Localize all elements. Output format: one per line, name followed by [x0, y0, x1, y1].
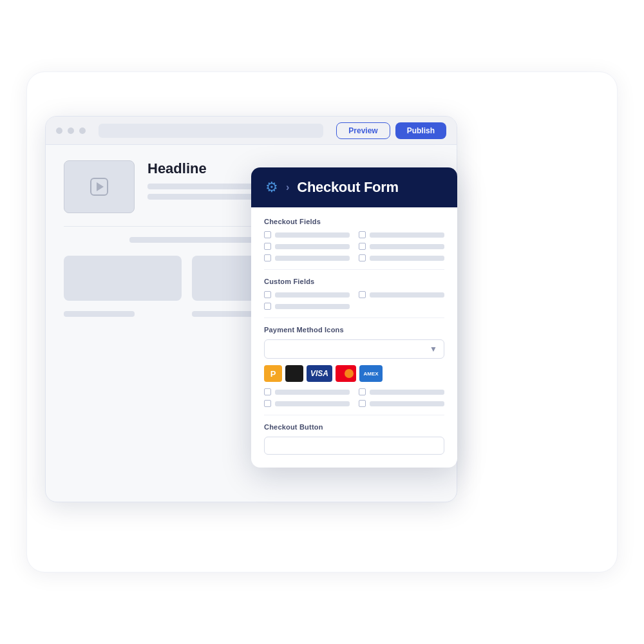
panel-body: Checkout Fields	[251, 207, 457, 468]
checkbox-p1[interactable]	[264, 388, 271, 395]
payment-extra-col-1	[264, 388, 350, 395]
custom-field-row-1	[264, 291, 444, 298]
url-bar	[99, 124, 323, 138]
custom-field-col-1	[264, 291, 350, 298]
payment-bar-3	[275, 401, 350, 406]
paypal-icon: P	[264, 365, 282, 382]
checkbox-1[interactable]	[264, 231, 271, 238]
checkout-button-box[interactable]	[264, 437, 444, 455]
panel-header: ⚙ › Checkout Form	[251, 167, 457, 207]
preview-button[interactable]: Preview	[336, 122, 390, 139]
checkbox-c2[interactable]	[359, 291, 366, 298]
play-triangle	[97, 182, 104, 191]
checkbox-5[interactable]	[264, 254, 271, 261]
toolbar-buttons: Preview Publish	[336, 122, 446, 139]
payment-bar-2	[370, 390, 444, 395]
checkout-field-col-1	[264, 231, 350, 238]
payment-icons-row: P VISA AMEX	[264, 365, 444, 382]
dropdown-chevron-icon: ▼	[430, 345, 437, 354]
visa-icon: VISA	[307, 365, 332, 382]
checkbox-p4[interactable]	[359, 400, 366, 407]
checkout-form-panel: ⚙ › Checkout Form Checkout Fields	[251, 167, 457, 468]
scene: Preview Publish Headline	[45, 90, 599, 554]
payment-dropdown[interactable]: ▼	[264, 339, 444, 359]
checkbox-c1[interactable]	[264, 291, 271, 298]
checkbox-p2[interactable]	[359, 388, 366, 395]
mc-overlap	[345, 369, 354, 378]
field-bar-6	[370, 256, 444, 261]
checkout-field-col-6	[359, 254, 444, 261]
field-bar-1	[275, 232, 350, 238]
custom-fields-label: Custom Fields	[264, 278, 444, 285]
checkbox-2[interactable]	[359, 231, 366, 238]
amex-icon: AMEX	[359, 365, 383, 382]
payment-extra-row-2	[264, 400, 444, 407]
payment-bar-4	[370, 401, 444, 406]
panel-title: Checkout Form	[297, 179, 398, 196]
checkbox-6[interactable]	[359, 254, 366, 261]
checkout-field-col-3	[264, 243, 350, 250]
checkout-field-row-3	[264, 254, 444, 261]
payment-extra-col-3	[264, 400, 350, 407]
checkout-button-label: Checkout Button	[264, 423, 444, 431]
browser-toolbar: Preview Publish	[46, 117, 457, 145]
payment-extra-row-1	[264, 388, 444, 395]
checkout-field-row-2	[264, 243, 444, 250]
divider-3	[264, 415, 444, 415]
payment-extra-col-2	[359, 388, 444, 395]
checkout-field-col-5	[264, 254, 350, 261]
field-bar-2	[370, 232, 444, 238]
dot-green	[79, 128, 86, 134]
checkout-field-row-1	[264, 231, 444, 238]
video-thumbnail	[64, 160, 135, 213]
custom-field-col-2	[359, 291, 444, 298]
checkbox-3[interactable]	[264, 243, 271, 250]
dot-yellow	[68, 128, 74, 134]
custom-bar-3	[275, 304, 350, 309]
divider-1	[264, 269, 444, 270]
field-bar-4	[370, 244, 444, 249]
payment-extra-col-4	[359, 400, 444, 407]
gear-icon: ⚙	[265, 179, 278, 196]
checkout-field-col-2	[359, 231, 444, 238]
apple-pay-icon	[285, 365, 303, 382]
checkbox-c3[interactable]	[264, 303, 271, 310]
custom-bar-2	[370, 292, 444, 298]
mastercard-icon	[336, 365, 356, 382]
payment-icons-label: Payment Method Icons	[264, 326, 444, 334]
checkbox-p3[interactable]	[264, 400, 271, 407]
payment-bar-1	[275, 390, 350, 395]
custom-field-row-2	[264, 303, 444, 310]
divider-2	[264, 317, 444, 318]
outer-container: Preview Publish Headline	[26, 71, 618, 573]
play-icon	[90, 178, 108, 196]
card-1	[64, 256, 182, 301]
checkout-field-col-4	[359, 243, 444, 250]
field-bar-3	[275, 244, 350, 249]
checkout-fields-label: Checkout Fields	[264, 218, 444, 225]
checkout-button-area	[264, 437, 444, 455]
chevron-icon: ›	[286, 182, 289, 193]
custom-bar-1	[275, 292, 350, 298]
checkbox-4[interactable]	[359, 243, 366, 250]
dot-red	[56, 128, 62, 134]
publish-button[interactable]: Publish	[395, 122, 446, 139]
field-bar-5	[275, 256, 350, 261]
custom-field-col-3	[264, 303, 350, 310]
